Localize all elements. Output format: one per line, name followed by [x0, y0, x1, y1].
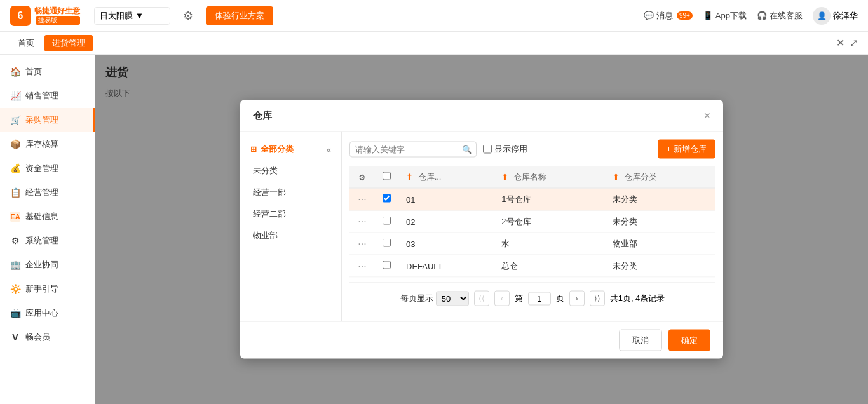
expand-icon[interactable]: ⤢ [850, 37, 858, 49]
sidebar-category-dept2[interactable]: 经营二部 [240, 203, 341, 225]
th-checkbox [375, 166, 398, 189]
select-all-checkbox[interactable] [383, 172, 391, 180]
system-icon: ⚙ [10, 236, 20, 246]
show-disabled-group: 显示停用 [483, 144, 527, 155]
per-page-label: 每页显示 [400, 293, 433, 304]
table-row[interactable]: ··· DEFAULT 总仓 未分类 [349, 255, 715, 277]
search-input[interactable] [355, 144, 462, 154]
sidebar-item-purchase[interactable]: 🛒 采购管理 [0, 108, 95, 132]
customer-service-group[interactable]: 🎧 在线客服 [757, 10, 803, 22]
user-info[interactable]: 👤 徐泽华 [813, 7, 858, 25]
chevron-down-icon: ▼ [135, 11, 144, 20]
per-page-select[interactable]: 10 20 50 100 [436, 291, 469, 306]
sidebar-item-guide[interactable]: 🔆 新手引导 [0, 277, 95, 301]
total-info: 共1页, 4条记录 [610, 293, 665, 304]
more-icon: ··· [358, 260, 366, 271]
row-more[interactable]: ··· [349, 210, 375, 232]
enterprise-icon: 🏢 [10, 260, 20, 270]
row-category: 未分类 [605, 188, 715, 210]
table-row[interactable]: ··· 02 2号仓库 未分类 [349, 210, 715, 232]
store-selector[interactable]: 日太阳膜 ▼ [94, 7, 170, 25]
row-checkbox[interactable] [383, 239, 391, 247]
warehouse-table: ⚙ ⬆ 仓库... ⬆ [349, 166, 715, 278]
sidebar-item-inventory[interactable]: 📦 库存核算 [0, 132, 95, 156]
inventory-icon: 📦 [10, 139, 20, 149]
sidebar-item-app-center[interactable]: 📺 应用中心 [0, 301, 95, 325]
sidebar-item-system[interactable]: ⚙ 系统管理 [0, 229, 95, 253]
all-category-label[interactable]: 全部分类 [261, 144, 294, 155]
app-download-group[interactable]: 📱 App下载 [703, 10, 747, 22]
logo-area: 6 畅捷通好生意 捷易版 [10, 6, 80, 26]
row-code: DEFAULT [398, 255, 494, 277]
basic-info-icon: EA [10, 212, 20, 222]
row-name: 总仓 [494, 255, 604, 277]
row-more[interactable]: ··· [349, 255, 375, 277]
phone-icon: 📱 [703, 11, 713, 20]
sidebar-item-operations[interactable]: 📋 经营管理 [0, 180, 95, 205]
first-page-btn[interactable]: ⟨⟨ [474, 291, 489, 306]
sidebar-item-label: 应用中心 [25, 307, 58, 319]
sidebar-item-label: 企业协同 [25, 259, 58, 271]
prev-page-btn[interactable]: ‹ [494, 291, 510, 306]
th-gear: ⚙ [349, 166, 375, 189]
sort-icon: ⬆ [406, 172, 413, 182]
th-name: ⬆ 仓库名称 [494, 166, 604, 189]
row-name: 水 [494, 232, 604, 255]
sidebar-item-basic-info[interactable]: EA 基础信息 [0, 205, 95, 229]
sidebar-category-property[interactable]: 物业部 [240, 225, 341, 246]
row-code: 01 [398, 188, 494, 210]
collapse-icon[interactable]: « [327, 144, 331, 154]
row-name: 2号仓库 [494, 210, 604, 232]
sidebar-item-home[interactable]: 🏠 首页 [0, 60, 95, 84]
row-code: 03 [398, 232, 494, 255]
modal-close-icon[interactable]: × [703, 109, 710, 123]
confirm-btn[interactable]: 确定 [668, 330, 710, 351]
modal-sidebar: ⊞ 全部分类 « 未分类 经营一部 经营二部 物业部 [240, 132, 342, 321]
messages-group[interactable]: 💬 消息 99+ [644, 10, 693, 22]
close-tab-icon[interactable]: ✕ [836, 37, 844, 49]
cancel-btn[interactable]: 取消 [619, 330, 662, 351]
row-checkbox[interactable] [383, 261, 391, 269]
sidebar-category-unclassified[interactable]: 未分类 [240, 160, 341, 182]
next-page-btn[interactable]: › [569, 291, 585, 306]
row-checkbox[interactable] [383, 194, 391, 203]
tab-home[interactable]: 首页 [10, 35, 42, 51]
row-category: 未分类 [605, 255, 715, 277]
sort-icon-2: ⬆ [501, 172, 508, 182]
sidebar-item-finance[interactable]: 💰 资金管理 [0, 156, 95, 180]
search-input-wrap: 🔍 [349, 141, 477, 157]
top-header: 6 畅捷通好生意 捷易版 日太阳膜 ▼ ⚙ 体验行业方案 💬 消息 99+ 📱 … [0, 0, 868, 32]
settings-icon[interactable]: ⚙ [178, 6, 198, 26]
sidebar-item-label: 畅会员 [25, 332, 50, 343]
sidebar-item-label: 经营管理 [25, 187, 58, 198]
messages-label: 消息 [656, 10, 673, 22]
sidebar-item-member[interactable]: V 畅会员 [0, 325, 95, 349]
trial-btn[interactable]: 体验行业方案 [206, 6, 273, 25]
modal-title: 仓库 [253, 110, 272, 122]
row-checkbox-cell [375, 232, 398, 255]
main-content: 进货 按以下 仓库 × ⊞ 全部分类 « 未分类 经营一部 经 [95, 55, 868, 404]
modal-pagination: 每页显示 10 20 50 100 ⟨⟨ ‹ 第 页 [349, 283, 715, 314]
add-warehouse-btn[interactable]: + 新增仓库 [658, 140, 715, 159]
page-input[interactable] [528, 292, 551, 305]
table-row[interactable]: ··· 03 水 物业部 [349, 232, 715, 255]
row-code: 02 [398, 210, 494, 232]
sidebar-category-dept1[interactable]: 经营一部 [240, 182, 341, 203]
sidebar-item-sales[interactable]: 📈 销售管理 [0, 84, 95, 108]
sort-icon-3: ⬆ [613, 172, 620, 182]
modal-toolbar: 🔍 显示停用 + 新增仓库 [349, 140, 715, 159]
modal-footer: 取消 确定 [240, 321, 723, 359]
last-page-btn[interactable]: ⟩⟩ [590, 291, 605, 306]
tab-purchase[interactable]: 进货管理 [44, 35, 93, 51]
show-disabled-checkbox[interactable] [483, 145, 492, 154]
page-label: 第 [515, 293, 523, 304]
row-checkbox[interactable] [383, 217, 391, 225]
search-icon: 🔍 [462, 144, 472, 154]
sidebar-item-enterprise[interactable]: 🏢 企业协同 [0, 253, 95, 277]
row-more[interactable]: ··· [349, 232, 375, 255]
customer-service-label: 在线客服 [770, 10, 803, 22]
sidebar-item-label: 库存核算 [25, 138, 58, 150]
table-row[interactable]: ··· 01 1号仓库 未分类 [349, 188, 715, 210]
modal-main: 🔍 显示停用 + 新增仓库 ⚙ [342, 132, 723, 321]
row-more[interactable]: ··· [349, 188, 375, 210]
